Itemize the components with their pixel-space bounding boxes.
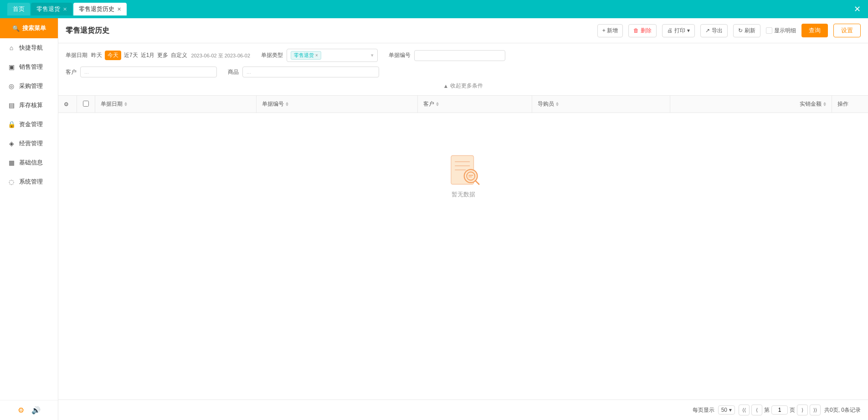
- th-operations: 操作: [832, 96, 868, 113]
- sidebar-search[interactable]: 🔍 搜索菜单: [0, 18, 58, 38]
- window-close-button[interactable]: ✕: [850, 2, 864, 16]
- empty-text: 暂无数据: [452, 190, 475, 199]
- bill-type-tag-close[interactable]: ×: [315, 53, 318, 58]
- date-opt-more[interactable]: 更多: [157, 51, 168, 59]
- sidebar-item-label: 经营管理: [19, 139, 43, 148]
- sidebar-item-purchase-mgmt[interactable]: ◎ 采购管理: [0, 77, 58, 96]
- refresh-button[interactable]: ↻ 刷新: [733, 24, 760, 37]
- pagination: 每页显示 50 ▾ ⟨⟨ ⟨ 第 页 ⟩ ⟩⟩ 共0页, 0条记录: [58, 400, 868, 420]
- display-detail-checkbox[interactable]: 显示明细: [766, 27, 796, 35]
- prev-page-button[interactable]: ⟨: [751, 405, 762, 415]
- sort-icon-bill-number: [286, 102, 288, 106]
- th-amount[interactable]: 实销金额: [670, 96, 832, 113]
- sidebar-item-operations[interactable]: ◈ 经营管理: [0, 134, 58, 153]
- bill-type-label: 单据类型: [261, 51, 283, 59]
- tab-retail-return-history[interactable]: 零售退货历史 ✕: [73, 3, 127, 15]
- th-bill-number[interactable]: 单据编号: [256, 96, 417, 113]
- table-header: ⚙ 单据日期: [58, 96, 868, 113]
- th-customer[interactable]: 客户: [417, 96, 532, 113]
- sidebar-item-sales-mgmt[interactable]: ▣ 销售管理: [0, 57, 58, 77]
- bill-number-input[interactable]: [414, 50, 505, 61]
- setting-button[interactable]: 设置: [833, 24, 861, 37]
- export-button[interactable]: ↗ 导出: [700, 24, 728, 37]
- bill-type-dropdown-icon: ▾: [371, 52, 374, 58]
- chart-icon: ▣: [7, 63, 15, 71]
- th-settings[interactable]: ⚙: [58, 96, 77, 113]
- sidebar-item-finance[interactable]: 🔒 资金管理: [0, 115, 58, 134]
- sidebar-footer: ⚙ 🔊: [0, 400, 58, 420]
- goods-input[interactable]: ...: [242, 67, 379, 77]
- export-icon: ↗: [705, 27, 710, 34]
- empty-illustration: [443, 149, 484, 190]
- sidebar-item-inventory[interactable]: ▤ 库存核算: [0, 96, 58, 115]
- page-size-select[interactable]: 50 ▾: [718, 405, 735, 415]
- next-page-button[interactable]: ⟩: [797, 405, 808, 415]
- page-header: 零售退货历史 + 新增 🗑 删除 🖨 打印 ▾ ↗ 导出 ↻: [58, 18, 868, 43]
- date-opt-custom[interactable]: 自定义: [171, 51, 187, 59]
- query-button[interactable]: 查询: [801, 24, 828, 37]
- bill-number-label: 单据编号: [389, 51, 411, 59]
- add-button[interactable]: + 新增: [597, 24, 623, 37]
- date-opt-1month[interactable]: 近1月: [141, 51, 155, 59]
- sidebar-item-quick-nav[interactable]: ⌂ 快捷导航: [0, 38, 58, 57]
- last-page-button[interactable]: ⟩⟩: [810, 405, 821, 415]
- page-size-value: 50: [721, 407, 727, 413]
- th-guide[interactable]: 导购员: [532, 96, 670, 113]
- collapse-button[interactable]: ▲ 收起更多条件: [66, 82, 861, 90]
- filter-bill-type: 单据类型 零售退货 × ▾: [261, 49, 378, 62]
- tab-retail-return[interactable]: 零售退货 ✕: [31, 3, 72, 15]
- sidebar: 🔍 搜索菜单 ⌂ 快捷导航 ▣ 销售管理 ◎ 采购管理 ▤ 库存核算 🔒 资金管…: [0, 18, 58, 420]
- print-icon: 🖨: [667, 27, 673, 34]
- table-area: ⚙ 单据日期: [58, 96, 868, 420]
- date-opt-yesterday[interactable]: 昨天: [91, 51, 102, 59]
- bill-date-label: 单据日期: [66, 51, 87, 59]
- display-detail-check: [766, 27, 772, 34]
- lock-icon: 🔒: [7, 120, 15, 128]
- page-input[interactable]: [771, 405, 788, 415]
- sidebar-item-basic-info[interactable]: ▦ 基础信息: [0, 153, 58, 172]
- sidebar-item-label: 基础信息: [19, 159, 43, 167]
- tab-retail-return-history-close[interactable]: ✕: [117, 6, 121, 12]
- cart-icon: ◎: [7, 82, 15, 90]
- sidebar-item-label: 资金管理: [19, 120, 43, 128]
- date-filter-options: 昨天 今天 近7天 近1月 更多 自定义: [91, 51, 187, 60]
- sidebar-item-system-mgmt[interactable]: ◌ 系统管理: [0, 172, 58, 191]
- sort-icon-bill-date: [124, 102, 127, 106]
- bill-type-tag: 零售退货 ×: [291, 51, 321, 60]
- search-icon: 🔍: [12, 25, 20, 32]
- print-dropdown-icon: ▾: [687, 27, 690, 34]
- page-size-label: 每页显示: [693, 406, 714, 414]
- settings-footer-icon[interactable]: ⚙: [18, 406, 24, 415]
- th-bill-date[interactable]: 单据日期: [95, 96, 256, 113]
- delete-icon: 🗑: [633, 27, 639, 34]
- total-info: 共0页, 0条记录: [824, 406, 861, 414]
- date-range-display: 2023-06-02 至 2023-06-02: [191, 52, 250, 59]
- date-opt-7days[interactable]: 近7天: [124, 51, 138, 59]
- data-table: ⚙ 单据日期: [58, 96, 868, 113]
- column-settings-icon[interactable]: ⚙: [64, 101, 69, 108]
- goods-label: 商品: [228, 68, 239, 76]
- system-icon: ◌: [7, 178, 15, 186]
- content-area: 零售退货历史 + 新增 🗑 删除 🖨 打印 ▾ ↗ 导出 ↻: [58, 18, 868, 420]
- th-checkbox[interactable]: [77, 96, 95, 113]
- customer-input[interactable]: ...: [80, 67, 217, 77]
- operations-icon: ◈: [7, 139, 15, 148]
- filter-customer: 客户 ...: [66, 67, 217, 77]
- tab-retail-return-close[interactable]: ✕: [63, 6, 67, 12]
- filter-area: 单据日期 昨天 今天 近7天 近1月 更多 自定义 2023-06-02 至 2…: [58, 43, 868, 96]
- sidebar-search-label: 搜索菜单: [22, 24, 46, 32]
- doc-icon: ▦: [7, 159, 15, 167]
- delete-button[interactable]: 🗑 删除: [628, 24, 657, 37]
- filter-bill-date: 单据日期 昨天 今天 近7天 近1月 更多 自定义 2023-06-02 至 2…: [66, 51, 250, 60]
- date-opt-today[interactable]: 今天: [105, 51, 121, 60]
- first-page-button[interactable]: ⟨⟨: [739, 405, 750, 415]
- speaker-footer-icon[interactable]: 🔊: [31, 406, 41, 415]
- sidebar-item-label: 采购管理: [19, 82, 43, 90]
- select-all-checkbox[interactable]: [83, 101, 89, 107]
- print-button[interactable]: 🖨 打印 ▾: [662, 24, 695, 37]
- filter-row-1: 单据日期 昨天 今天 近7天 近1月 更多 自定义 2023-06-02 至 2…: [66, 49, 861, 62]
- tab-list: 首页 零售退货 ✕ 零售退货历史 ✕: [7, 3, 850, 15]
- bill-type-select[interactable]: 零售退货 × ▾: [287, 49, 378, 62]
- tab-home[interactable]: 首页: [7, 3, 30, 15]
- table-container: ⚙ 单据日期: [58, 96, 868, 400]
